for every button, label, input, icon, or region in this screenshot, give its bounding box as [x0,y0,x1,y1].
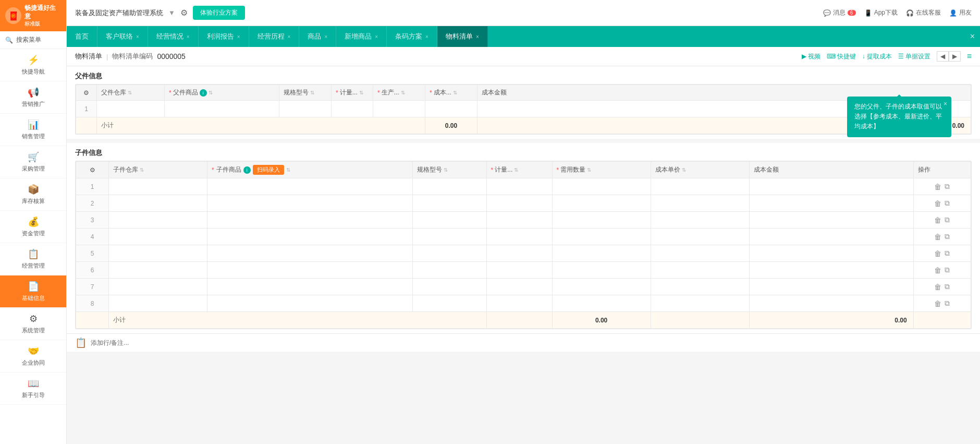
parent-row-warehouse-1[interactable] [97,101,165,117]
copy-row-button[interactable]: ⧉ [945,182,950,191]
child-row-unit-6[interactable] [486,262,552,279]
delete-row-button[interactable]: 🗑 [934,283,941,291]
tab-close-barcode[interactable]: × [425,34,428,40]
sidebar-item-sales[interactable]: 📊 销售管理 [0,114,66,146]
sidebar-item-operations[interactable]: 📋 经营管理 [0,243,66,275]
sort-icon-production[interactable]: ⇅ [401,90,405,95]
child-row-unit-4[interactable] [486,229,552,245]
parent-row-unit-1[interactable] [332,101,373,117]
tab-barcode[interactable]: 条码方案 × [387,26,437,47]
layout-icon[interactable]: ≡ [967,52,972,61]
sidebar-item-purchase[interactable]: 🛒 采购管理 [0,146,66,178]
child-row-quantity-4[interactable] [552,229,651,245]
child-row-goods-6[interactable] [207,262,413,279]
delete-row-button[interactable]: 🗑 [934,233,941,241]
child-sort-unit[interactable]: ⇅ [514,167,518,173]
child-row-spec-7[interactable] [412,279,486,295]
parent-row-production-1[interactable] [373,101,425,117]
child-row-cost-amount-8[interactable] [749,295,913,312]
tab-customer[interactable]: 客户联络 × [97,26,148,47]
sort-icon[interactable]: ⇅ [128,90,132,95]
child-row-quantity-1[interactable] [552,178,651,195]
view-action[interactable]: ▶ 视频 [802,52,820,61]
child-sort-quantity[interactable]: ⇅ [587,167,591,173]
child-row-spec-8[interactable] [412,295,486,312]
child-row-unit-3[interactable] [486,212,552,229]
child-row-warehouse-7[interactable] [109,279,207,295]
copy-row-button[interactable]: ⧉ [945,215,950,224]
tab-goods[interactable]: 商品 × [299,26,336,47]
online-service-button[interactable]: 🎧 在线客服 [906,8,941,17]
sidebar-item-marketing[interactable]: 📢 营销推广 [0,81,66,114]
sidebar-item-quick-nav[interactable]: ⚡ 快捷导航 [0,49,66,81]
delete-row-button[interactable]: 🗑 [934,249,941,258]
sidebar-item-finance[interactable]: 💰 资金管理 [0,211,66,243]
tab-profit-report[interactable]: 利润报告 × [199,26,249,47]
tab-home[interactable]: 首页 [67,26,97,47]
sidebar-item-cooperation[interactable]: 🤝 企业协同 [0,340,66,373]
child-row-spec-5[interactable] [412,245,486,262]
child-row-warehouse-5[interactable] [109,245,207,262]
sidebar-item-system[interactable]: ⚙ 系统管理 [0,308,66,340]
close-all-tabs-button[interactable]: × [965,32,980,41]
child-row-quantity-2[interactable] [552,195,651,212]
copy-row-button[interactable]: ⧉ [945,249,950,258]
child-row-warehouse-1[interactable] [109,178,207,195]
tab-close-profit-report[interactable]: × [237,34,240,40]
parent-row-goods-1[interactable] [165,101,279,117]
child-row-unit-8[interactable] [486,295,552,312]
sidebar-item-guide[interactable]: 📖 新手引导 [0,373,66,405]
dropdown-arrow-icon[interactable]: ▼ [168,9,175,17]
delete-row-button[interactable]: 🗑 [934,183,941,191]
delete-row-button[interactable]: 🗑 [934,216,941,224]
tab-close-new-goods[interactable]: × [375,34,378,40]
extract-cost-action[interactable]: ↓ 提取成本 [862,52,892,61]
trial-button[interactable]: 体验行业方案 [193,6,245,20]
child-row-warehouse-6[interactable] [109,262,207,279]
scan-button[interactable]: 扫码录入 [253,165,284,175]
tab-close-goods[interactable]: × [324,34,327,40]
sidebar-search[interactable]: 🔍 搜索菜单 [0,31,66,49]
child-row-goods-1[interactable] [207,178,413,195]
child-row-goods-7[interactable] [207,279,413,295]
delete-row-button[interactable]: 🗑 [934,266,941,274]
child-sort-warehouse[interactable]: ⇅ [140,167,144,173]
child-row-unit-cost-6[interactable] [651,262,749,279]
child-row-spec-3[interactable] [412,212,486,229]
child-row-spec-2[interactable] [412,195,486,212]
tab-close-operations-history[interactable]: × [288,34,291,40]
tooltip-close-button[interactable]: × [944,99,947,109]
child-row-quantity-6[interactable] [552,262,651,279]
child-row-unit-cost-1[interactable] [651,178,749,195]
tab-bom[interactable]: 物料清单 × [437,26,488,47]
child-row-cost-amount-2[interactable] [749,195,913,212]
child-sort-unit-cost[interactable]: ⇅ [682,167,686,173]
child-sort-goods[interactable]: ⇅ [286,167,290,173]
sidebar-item-inventory[interactable]: 📦 库存核算 [0,178,66,211]
child-row-warehouse-8[interactable] [109,295,207,312]
child-row-unit-2[interactable] [486,195,552,212]
sort-icon-cost[interactable]: ⇅ [453,90,457,95]
child-row-goods-5[interactable] [207,245,413,262]
child-row-cost-amount-1[interactable] [749,178,913,195]
parent-col-settings[interactable]: ⚙ [76,85,97,101]
child-row-goods-4[interactable] [207,229,413,245]
child-row-unit-cost-5[interactable] [651,245,749,262]
child-row-warehouse-4[interactable] [109,229,207,245]
sort-icon-spec[interactable]: ⇅ [310,90,314,95]
tab-operations-history[interactable]: 经营历程 × [249,26,300,47]
single-settings-action[interactable]: ☰ 单据设置 [898,52,930,61]
child-row-cost-amount-5[interactable] [749,245,913,262]
child-row-cost-amount-6[interactable] [749,262,913,279]
child-row-spec-1[interactable] [412,178,486,195]
child-row-cost-amount-4[interactable] [749,229,913,245]
child-row-warehouse-2[interactable] [109,195,207,212]
child-row-quantity-3[interactable] [552,212,651,229]
child-row-cost-amount-7[interactable] [749,279,913,295]
child-row-unit-cost-2[interactable] [651,195,749,212]
child-row-goods-2[interactable] [207,195,413,212]
child-row-goods-8[interactable] [207,295,413,312]
child-row-goods-3[interactable] [207,212,413,229]
delete-row-button[interactable]: 🗑 [934,299,941,308]
child-sort-spec[interactable]: ⇅ [444,167,448,173]
